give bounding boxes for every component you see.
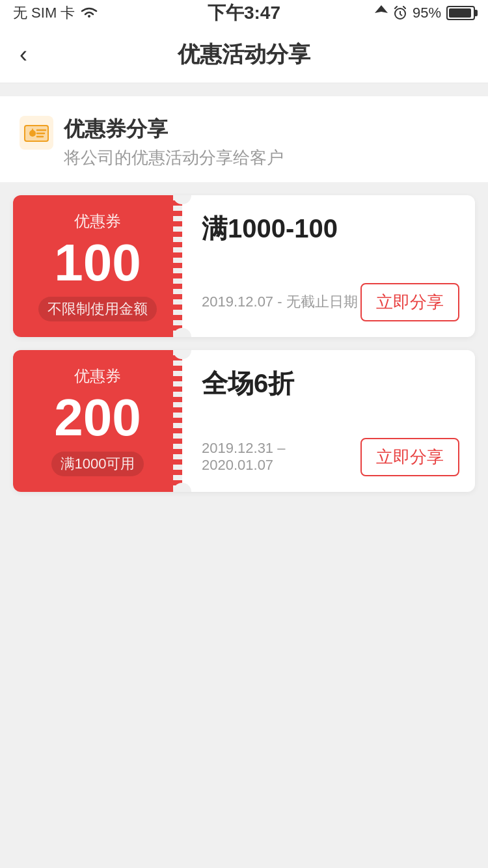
section-title: 优惠券分享 (64, 115, 284, 144)
svg-line-2 (400, 14, 402, 16)
coupon-label-1: 优惠券 (74, 211, 121, 232)
coupon-name-1: 满1000-100 (202, 211, 459, 247)
location-icon (375, 5, 388, 21)
coupon-value-2: 200 (54, 392, 141, 444)
coupon-condition-2: 满1000可用 (51, 452, 144, 476)
coupon-bottom-2: 2019.12.31 – 2020.01.07 立即分享 (202, 438, 459, 476)
coupon-share-icon (20, 116, 53, 150)
coupon-card-1: 优惠券 100 不限制使用金额 满1000-100 2019.12.07 - 无… (13, 195, 475, 337)
share-button-1[interactable]: 立即分享 (360, 283, 459, 321)
coupon-zigzag-1 (173, 195, 182, 337)
battery-icon (446, 6, 475, 20)
section-subtitle: 将公司的优惠活动分享给客户 (64, 146, 284, 169)
coupon-left-2: 优惠券 200 满1000可用 (13, 350, 182, 492)
coupon-left-1: 优惠券 100 不限制使用金额 (13, 195, 182, 337)
coupon-date-1: 2019.12.07 - 无截止日期 (202, 292, 360, 312)
page-title: 优惠活动分享 (178, 40, 310, 70)
status-right: 95% (375, 5, 475, 21)
coupon-condition-1: 不限制使用金额 (38, 297, 157, 321)
svg-line-3 (395, 7, 397, 8)
back-button[interactable]: ‹ (20, 41, 27, 68)
status-bar: 无 SIM 卡 下午3:47 95% (0, 0, 488, 26)
section-text: 优惠券分享 将公司的优惠活动分享给客户 (64, 115, 284, 169)
coupon-date-2: 2019.12.31 – 2020.01.07 (202, 440, 360, 474)
wifi-icon (80, 6, 98, 20)
coupon-zigzag-2 (173, 350, 182, 492)
coupon-label-2: 优惠券 (74, 366, 121, 387)
coupon-right-2: 全场6折 2019.12.31 – 2020.01.07 立即分享 (182, 350, 475, 492)
section-header: 优惠券分享 将公司的优惠活动分享给客户 (0, 96, 488, 182)
status-time: 下午3:47 (208, 1, 280, 25)
battery-percent: 95% (413, 5, 441, 21)
status-left: 无 SIM 卡 (13, 3, 98, 23)
coupon-value-1: 100 (54, 237, 141, 289)
coupon-list: 优惠券 100 不限制使用金额 满1000-100 2019.12.07 - 无… (0, 195, 488, 492)
alarm-icon (393, 6, 407, 20)
coupon-right-1: 满1000-100 2019.12.07 - 无截止日期 立即分享 (182, 195, 475, 337)
svg-line-4 (403, 7, 405, 8)
share-button-2[interactable]: 立即分享 (360, 438, 459, 476)
nav-bar: ‹ 优惠活动分享 (0, 26, 488, 83)
coupon-card-2: 优惠券 200 满1000可用 全场6折 2019.12.31 – 2020.0… (13, 350, 475, 492)
no-sim-label: 无 SIM 卡 (13, 3, 75, 23)
coupon-bottom-1: 2019.12.07 - 无截止日期 立即分享 (202, 283, 459, 321)
coupon-name-2: 全场6折 (202, 366, 459, 401)
